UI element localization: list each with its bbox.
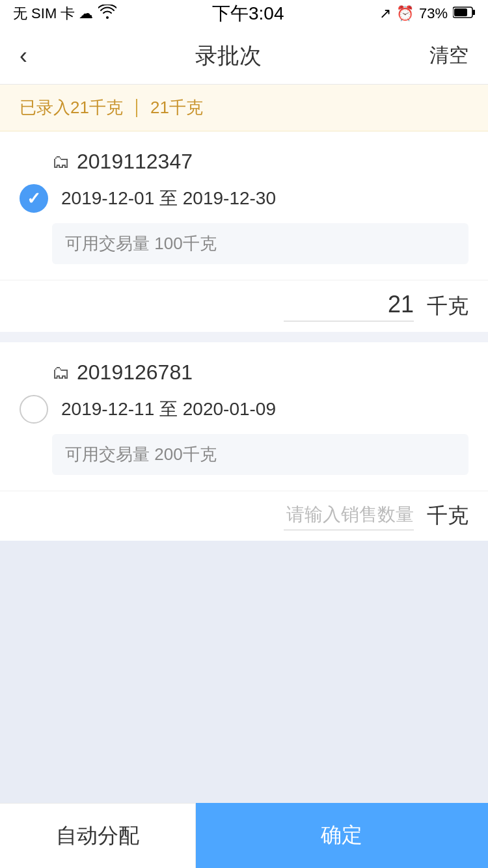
- bottom-bar: 自动分配 确定: [0, 803, 488, 868]
- batch-doc-icon-1: 🗂: [52, 151, 70, 172]
- batch-doc-icon-2: 🗂: [52, 362, 70, 383]
- radio-btn-2[interactable]: [20, 395, 48, 424]
- clear-button[interactable]: 清空: [429, 42, 468, 69]
- qty-input-row-1: 21 千克: [0, 280, 488, 332]
- status-time: 下午3:04: [212, 1, 284, 26]
- qty-underline-1: 21: [284, 291, 414, 321]
- recorded-qty-value: 21千克: [150, 96, 203, 119]
- wifi-icon: [98, 5, 116, 23]
- batch-card-1: 🗂 2019112347 2019-12-01 至 2019-12-30 可用交…: [0, 131, 488, 332]
- qty-value-1: 21: [388, 291, 414, 318]
- alarm-icon: ⏰: [396, 5, 414, 22]
- page-title: 录批次: [195, 41, 262, 71]
- svg-rect-1: [472, 10, 475, 15]
- qty-unit-2: 千克: [427, 502, 468, 530]
- available-qty-box-1: 可用交易量 100千克: [52, 223, 468, 264]
- svg-rect-2: [454, 8, 467, 16]
- auto-distribute-button[interactable]: 自动分配: [0, 803, 196, 868]
- batch-card-2: 🗂 2019126781 2019-12-11 至 2020-01-09 可用交…: [0, 342, 488, 541]
- battery-icon: [453, 5, 475, 22]
- qty-input-row-2[interactable]: 请输入销售数量 千克: [0, 491, 488, 541]
- qty-unit-1: 千克: [427, 292, 468, 321]
- batch-separator: [0, 332, 488, 342]
- qty-placeholder-2: 请输入销售数量: [286, 504, 414, 524]
- nav-bar: ‹ 录批次 清空: [0, 27, 488, 85]
- batch-header-1: 🗂 2019112347: [0, 131, 488, 179]
- confirm-button[interactable]: 确定: [196, 803, 488, 868]
- batch-id-1: 2019112347: [77, 150, 193, 174]
- status-right: ↗ ⏰ 73%: [379, 5, 475, 22]
- page-content: 已录入21千克 21千克 🗂 2019112347 2019-12-01 至 2…: [0, 85, 488, 821]
- info-banner: 已录入21千克 21千克: [0, 85, 488, 131]
- batch-header-2: 🗂 2019126781: [0, 342, 488, 390]
- recorded-qty-label: 已录入21千克: [20, 96, 123, 119]
- radio-btn-1[interactable]: [20, 184, 48, 213]
- batch-row-2: 2019-12-11 至 2020-01-09: [0, 390, 488, 429]
- no-sim-text: 无 SIM 卡 ☁: [13, 4, 93, 23]
- qty-underline-2[interactable]: 请输入销售数量: [284, 502, 414, 530]
- batch-date-2: 2019-12-11 至 2020-01-09: [61, 397, 276, 422]
- battery-text: 73%: [419, 5, 448, 22]
- batch-date-1: 2019-12-01 至 2019-12-30: [61, 186, 276, 211]
- available-qty-text-2: 可用交易量 200千克: [65, 444, 217, 464]
- back-button[interactable]: ‹: [20, 42, 27, 70]
- empty-area: [0, 541, 488, 821]
- batch-row-1: 2019-12-01 至 2019-12-30: [0, 179, 488, 218]
- batch-id-2: 2019126781: [77, 360, 193, 385]
- available-qty-box-2: 可用交易量 200千克: [52, 434, 468, 475]
- banner-divider: [136, 99, 137, 117]
- available-qty-text-1: 可用交易量 100千克: [65, 234, 217, 253]
- status-left: 无 SIM 卡 ☁: [13, 4, 116, 23]
- location-icon: ↗: [379, 5, 391, 22]
- status-bar: 无 SIM 卡 ☁ 下午3:04 ↗ ⏰ 73%: [0, 0, 488, 27]
